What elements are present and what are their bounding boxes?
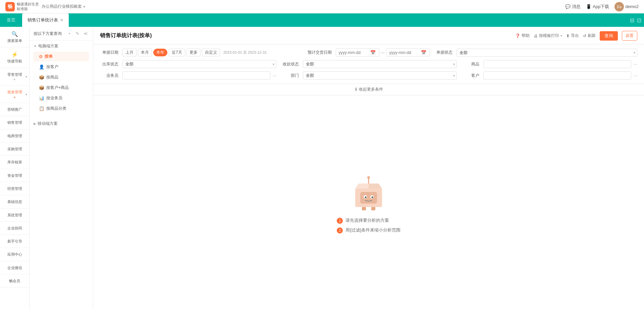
scheme-item-by-cust-prod[interactable]: 📦 按客户+商品 [34, 83, 89, 93]
sidebar-item-purchase[interactable]: 采购管理 [0, 143, 29, 156]
main-content: 销售订单统计表(按单) ❓ 帮助 🖨 按模板打印 ▾ ⬆ [93, 27, 644, 310]
message-button[interactable]: 💬 消息 [565, 4, 581, 10]
expected-date-end-input[interactable]: 📅 [386, 48, 430, 57]
this-year-button[interactable]: 本年 [153, 49, 167, 56]
sidebar-item-system[interactable]: 系统管理 [0, 209, 29, 222]
sidebar-sales-label: 销售管理 [7, 120, 22, 125]
scheme-by-customer-label: 按客户 [46, 64, 58, 70]
scheme-item-by-product[interactable]: 📦 按商品 [34, 72, 89, 82]
sidebar-item-wholesale[interactable]: 批发管理 ▴ [0, 86, 29, 103]
sidebar-item-retail[interactable]: 零售管理 ▾ [0, 68, 29, 86]
sales-control: ··· [122, 71, 276, 80]
expected-date-end-field[interactable] [389, 50, 420, 55]
this-month-button[interactable]: 本月 [138, 49, 152, 56]
refresh-label: 刷新 [588, 33, 596, 39]
sales-input[interactable] [122, 71, 270, 80]
scheme-by-customer-icon: 👤 [39, 64, 44, 69]
pc-scheme-list: ⊙ 按单 👤 按客户 📦 按商品 📦 按客户+商品 [34, 50, 89, 115]
sales-label: 业务员 [100, 73, 118, 79]
sidebar-item-inventory[interactable]: 库存核算 [0, 156, 29, 169]
tab-close-icon[interactable]: ✕ [60, 18, 63, 22]
collapse-label: 收起更多条件 [359, 87, 383, 92]
expected-date-start-input[interactable]: 📅 [336, 48, 379, 57]
pc-section-title[interactable]: ▼ 电脑端方案 [34, 43, 89, 49]
sidebar-purchase-label: 采购管理 [7, 147, 22, 151]
page-title-row: 销售订单统计表(按单) ❓ 帮助 🖨 按模板打印 ▾ ⬆ [100, 31, 637, 44]
goods-input[interactable] [483, 60, 631, 68]
tab-order-stats[interactable]: 销售订单统计表 ✕ [22, 13, 69, 27]
tab-bar: 首页 销售订单统计表 ✕ ⊟ ⊡ [0, 13, 644, 27]
export-button[interactable]: ⬆ 导出 [566, 33, 579, 39]
add-scheme-button[interactable]: + [66, 30, 73, 37]
prev-month-button[interactable]: 上月 [122, 49, 137, 56]
user-area[interactable]: Ea demo2 [614, 2, 639, 11]
sidebar-item-finance[interactable]: 资金管理 [0, 169, 29, 182]
svg-rect-1 [360, 192, 377, 204]
filter-row-2: 出库状态 全部 收款状态 全部 [100, 60, 637, 68]
tab-home-label: 首页 [7, 17, 15, 23]
empty-tips: 1 请先选择要分析的方案 2 用[过滤]条件来缩小分析范围 [337, 217, 400, 234]
calendar-end-icon: 📅 [421, 50, 426, 55]
custom-button[interactable]: 自定义 [202, 49, 220, 56]
sidebar-enterprise-label: 企业协同 [7, 226, 22, 230]
payment-status-select[interactable]: 全部 [303, 60, 457, 68]
empty-tip-2: 2 用[过滤]条件来缩小分析范围 [337, 227, 400, 234]
scheme-item-by-sales[interactable]: 📊 按业务员 [34, 93, 89, 103]
help-button[interactable]: ❓ 帮助 [515, 33, 530, 39]
template-print-button[interactable]: 🖨 按模板打印 ▾ [534, 33, 562, 39]
collapse-button[interactable]: ⊼ 收起更多条件 [355, 87, 383, 92]
last-7-button[interactable]: 近7天 [169, 49, 185, 56]
mobile-section-label: 移动端方案 [38, 121, 58, 126]
sidebar-item-member[interactable]: 畅会员 [0, 274, 29, 288]
sidebar-item-operation[interactable]: 经营管理 [0, 182, 29, 195]
sidebar-item-guide[interactable]: 新手引导 [0, 235, 29, 248]
sidebar-item-app-center[interactable]: 应用中心 [0, 248, 29, 261]
scheme-item-by-order[interactable]: ⊙ 按单 [34, 52, 89, 61]
expected-date-start-field[interactable] [339, 50, 369, 55]
sidebar-item-search[interactable]: 🔍 搜索菜单 [0, 27, 29, 47]
mobile-section-arrow-icon: ▶ [34, 122, 36, 125]
tab-home[interactable]: 首页 [0, 13, 22, 27]
sidebar-item-enterprise[interactable]: 企业协同 [0, 222, 29, 235]
settings-button[interactable]: 设置 [622, 31, 637, 41]
date-separator: — [381, 50, 385, 55]
filter-row-3: 业务员 ··· 部门 全部 客户 [100, 71, 637, 80]
app-download-button[interactable]: 📱 App下载 [586, 4, 609, 10]
sidebar-item-sales[interactable]: 销售管理 [0, 116, 29, 129]
query-button[interactable]: 查询 [600, 31, 618, 41]
sidebar-inventory-label: 库存核算 [7, 160, 22, 164]
tab-minimize-button[interactable]: ⊟ [630, 17, 634, 23]
pc-section-arrow-icon: ▼ [34, 44, 37, 48]
svg-rect-6 [362, 207, 366, 210]
sidebar-item-ecom[interactable]: 电商管理 [0, 130, 29, 143]
edit-scheme-button[interactable]: ✎ [74, 30, 81, 37]
sidebar-item-corp-wechat[interactable]: 企业微信 [0, 261, 29, 274]
scheme-by-category-label: 按商品分类 [46, 106, 66, 111]
scheme-by-sales-label: 按业务员 [46, 95, 62, 101]
scheme-item-by-customer[interactable]: 👤 按客户 [34, 62, 89, 72]
scheme-by-product-icon: 📦 [39, 75, 44, 80]
wholesale-chevron-icon: ▴ [14, 95, 15, 99]
sidebar-quick-nav-label: 快捷导航 [7, 59, 22, 63]
collapse-scheme-button[interactable]: ≪ [82, 30, 89, 37]
scheme-item-by-category[interactable]: 📋 按商品分类 [34, 104, 89, 113]
pc-schemes-section: ▼ 电脑端方案 ⊙ 按单 👤 按客户 📦 按商品 [30, 41, 93, 118]
goods-more-icon[interactable]: ··· [633, 61, 637, 67]
doc-status-select[interactable]: 全部 待审核 已审核 已完成 [457, 49, 638, 57]
sidebar-item-quick-nav[interactable]: ⚡ 快捷导航 [0, 47, 29, 68]
delivery-status-select[interactable]: 全部 [122, 60, 276, 68]
sidebar-item-basic[interactable]: 基础信息 [0, 195, 29, 208]
sidebar-item-marketing[interactable]: 营销推广 [0, 103, 29, 116]
more-button[interactable]: 更多 [186, 49, 201, 56]
customer-label: 客户 [461, 73, 479, 79]
dept-select[interactable]: 全部 [303, 71, 457, 80]
pc-section-label: 电脑端方案 [38, 43, 58, 49]
customer-input[interactable] [483, 71, 631, 80]
refresh-button[interactable]: ↺ 刷新 [583, 33, 596, 39]
sales-more-icon[interactable]: ··· [272, 73, 276, 78]
customer-more-icon[interactable]: ··· [633, 73, 637, 78]
tab-order-stats-label: 销售订单统计表 [28, 17, 58, 23]
tab-maximize-button[interactable]: ⊡ [637, 17, 641, 23]
scheme-by-order-label: 按单 [45, 54, 53, 59]
mobile-section-title[interactable]: ▶ 移动端方案 [34, 121, 89, 126]
